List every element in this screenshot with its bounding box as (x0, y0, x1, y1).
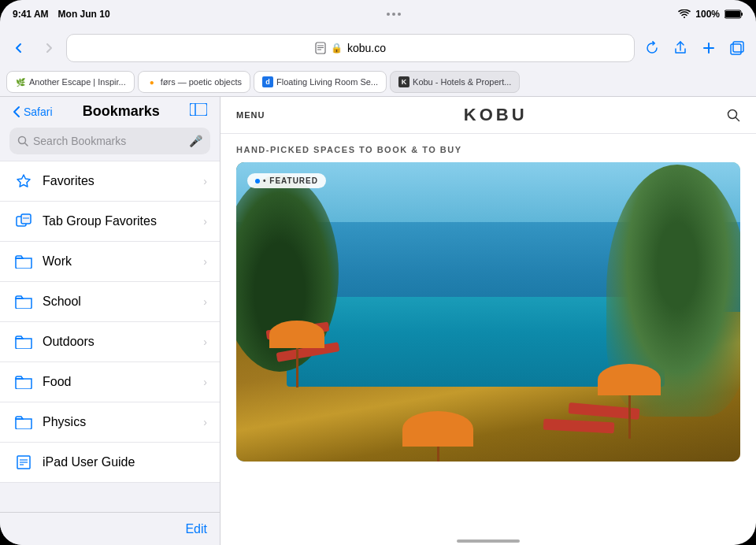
battery-level: 100% (695, 9, 720, 20)
favorites-chevron: › (203, 175, 207, 187)
tab-group-favorites-chevron: › (203, 215, 207, 228)
outdoors-label: Outdoors (43, 335, 203, 349)
tab-favicon-1: 🌿 (15, 76, 26, 87)
back-safari-label: Safari (24, 106, 53, 118)
featured-badge: • FEATURED (247, 173, 326, 188)
svg-rect-1 (741, 13, 743, 16)
tab-kobu[interactable]: K Kobu - Hotels & Propert... (390, 71, 520, 93)
svg-rect-10 (733, 42, 743, 52)
kobu-search-icon[interactable] (726, 108, 740, 122)
web-content: MENU KOBU HAND-PICKED SPACES TO BOOK & T… (220, 97, 756, 545)
bookmark-item-food[interactable]: Food › (0, 362, 220, 402)
edit-button[interactable]: Edit (185, 522, 207, 536)
bookmark-list: Favorites › Tab Group Favorites › (0, 161, 220, 512)
back-to-safari[interactable]: Safari (13, 106, 53, 118)
status-center-dots (387, 13, 401, 16)
bookmark-item-favorites[interactable]: Favorites › (0, 161, 220, 202)
pool-scene (236, 162, 740, 462)
scroll-indicator (457, 539, 520, 543)
tab-label-4: Kobu - Hotels & Propert... (413, 77, 511, 87)
wifi-icon (678, 9, 691, 19)
kobu-hero-image: • FEATURED (236, 162, 740, 462)
new-tab-button[interactable] (696, 35, 721, 61)
sidebar-header: Safari Bookmarks (0, 97, 220, 120)
share-button[interactable] (668, 35, 693, 61)
tab-fors[interactable]: ● førs — poetic objects (138, 71, 250, 93)
bookmark-item-work[interactable]: Work › (0, 242, 220, 282)
address-bar[interactable]: 🔒 kobu.co (66, 34, 635, 62)
kobu-tagline: HAND-PICKED SPACES TO BOOK & TO BUY (220, 134, 756, 162)
svg-line-14 (25, 143, 28, 146)
ipad-user-guide-label: iPad User Guide (43, 455, 207, 469)
battery-icon (724, 9, 743, 19)
tab-floating-room[interactable]: d Floating Living Room Se... (254, 71, 387, 93)
favorites-icon (13, 170, 35, 192)
featured-badge-text: • FEATURED (263, 176, 318, 185)
kobu-header: MENU KOBU (220, 97, 756, 134)
toolbar-actions (639, 35, 750, 61)
tab-favicon-2: ● (146, 76, 158, 87)
bookmark-item-tab-group-favorites[interactable]: Tab Group Favorites › (0, 202, 220, 242)
physics-chevron: › (203, 416, 207, 428)
svg-rect-11 (190, 103, 207, 116)
reload-button[interactable] (639, 35, 665, 61)
school-chevron: › (203, 295, 207, 308)
physics-folder-icon (13, 411, 35, 433)
search-placeholder: Search Bookmarks (33, 135, 126, 147)
reader-mode-icon (315, 42, 326, 54)
favorites-label: Favorites (43, 174, 203, 188)
school-label: School (43, 295, 203, 309)
bookmark-item-ipad-user-guide[interactable]: iPad User Guide (0, 443, 220, 483)
mic-icon: 🎤 (189, 135, 202, 147)
svg-rect-9 (731, 44, 741, 54)
bookmark-item-outdoors[interactable]: Outdoors › (0, 322, 220, 362)
lock-icon: 🔒 (331, 43, 343, 54)
sidebar-title: Bookmarks (53, 103, 190, 120)
tab-label-3: Floating Living Room Se... (276, 77, 378, 87)
bookmark-item-physics[interactable]: Physics › (0, 402, 220, 443)
food-folder-icon (13, 371, 35, 393)
tab-another-escape[interactable]: 🌿 Another Escape | Inspir... (6, 71, 135, 93)
svg-rect-16 (21, 214, 31, 224)
svg-rect-2 (725, 11, 740, 17)
outdoors-chevron: › (203, 336, 207, 348)
url-text: kobu.co (347, 42, 386, 54)
bookmark-item-school[interactable]: School › (0, 282, 220, 322)
ipad-user-guide-icon (13, 451, 35, 473)
status-bar-left: 9:41 AM Mon Jun 10 (13, 9, 110, 20)
kobu-menu-label[interactable]: MENU (236, 110, 265, 120)
outdoors-folder-icon (13, 331, 35, 353)
tab-overview-button[interactable] (724, 35, 750, 61)
status-time: 9:41 AM (13, 9, 49, 20)
tab-label-2: førs — poetic objects (161, 77, 242, 87)
main-area: Safari Bookmarks Search Bookmarks (0, 97, 756, 545)
status-date: Mon Jun 10 (58, 9, 110, 20)
status-bar-right: 100% (678, 9, 743, 20)
search-icon (17, 135, 28, 146)
school-folder-icon (13, 291, 35, 313)
sidebar-toggle-button[interactable] (190, 103, 207, 120)
tab-group-favorites-label: Tab Group Favorites (43, 214, 203, 228)
sidebar-footer: Edit (0, 512, 220, 545)
status-bar: 9:41 AM Mon Jun 10 100% (0, 0, 756, 28)
physics-label: Physics (43, 415, 203, 429)
browser-toolbar: 🔒 kobu.co (0, 28, 756, 68)
search-bar[interactable]: Search Bookmarks 🎤 (9, 128, 210, 154)
back-button[interactable] (6, 35, 32, 61)
work-chevron: › (203, 255, 207, 268)
tab-favicon-3: d (262, 76, 273, 87)
tab-group-favorites-icon (13, 210, 35, 232)
work-folder-icon (13, 250, 35, 272)
svg-point-21 (728, 110, 736, 119)
work-label: Work (43, 254, 203, 269)
food-label: Food (43, 375, 203, 389)
tabs-bar: 🌿 Another Escape | Inspir... ● førs — po… (0, 68, 756, 96)
browser-chrome: 🔒 kobu.co (0, 28, 756, 97)
forward-button[interactable] (36, 35, 61, 61)
sidebar: Safari Bookmarks Search Bookmarks (0, 97, 220, 545)
ipad-frame: 9:41 AM Mon Jun 10 100% (0, 0, 756, 545)
tab-label-1: Another Escape | Inspir... (29, 77, 126, 87)
svg-line-22 (736, 118, 739, 121)
food-chevron: › (203, 376, 207, 388)
tab-favicon-4: K (398, 76, 410, 87)
